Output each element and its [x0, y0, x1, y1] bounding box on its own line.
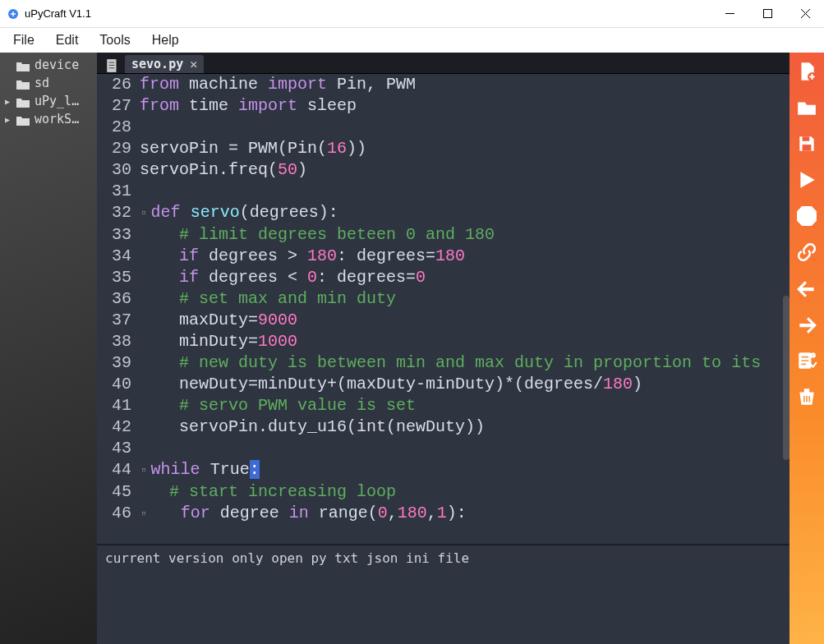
editor-column: sevo.py ✕ 26from machine import Pin, PWM… — [97, 53, 789, 644]
fold-marker-icon[interactable]: ▫ — [140, 206, 148, 221]
file-tree-sidebar[interactable]: device sd ▶ uPy_l… ▶ workS… — [0, 53, 97, 644]
code-text[interactable]: from time import sleep — [140, 95, 789, 117]
right-toolbar: STOP ! — [789, 53, 824, 644]
code-line[interactable]: 41 # servo PWM value is set — [97, 395, 789, 416]
clear-button[interactable] — [794, 384, 819, 409]
line-number: 30 — [97, 159, 140, 181]
tab-close-icon[interactable]: ✕ — [190, 57, 197, 71]
folder-icon — [16, 96, 30, 106]
syntax-check-button[interactable]: ! — [794, 348, 819, 373]
code-text[interactable]: # new duty is between min and max duty i… — [140, 352, 789, 374]
code-text[interactable]: if degrees > 180: degrees=180 — [140, 246, 789, 267]
code-line[interactable]: 35 if degrees < 0: degrees=0 — [97, 267, 789, 288]
maximize-button[interactable] — [748, 0, 786, 28]
tree-label: sd — [35, 76, 49, 90]
code-text[interactable]: servoPin.freq(50) — [140, 159, 789, 181]
tree-label: uPy_l… — [35, 94, 79, 108]
line-number: 31 — [97, 181, 140, 202]
tree-label: device — [35, 58, 79, 72]
line-number: 29 — [97, 138, 140, 159]
console-text: current version only open py txt json in… — [105, 550, 469, 566]
window-controls — [711, 0, 824, 28]
console-output[interactable]: current version only open py txt json in… — [97, 544, 789, 644]
code-line[interactable]: 46▫ for degree in range(0,180,1): — [97, 503, 789, 525]
expand-arrow-icon[interactable]: ▶ — [5, 97, 12, 106]
code-line[interactable]: 39 # new duty is between min and max dut… — [97, 352, 789, 374]
run-button[interactable] — [794, 168, 819, 192]
tab-sevo-py[interactable]: sevo.py ✕ — [125, 55, 204, 73]
code-line[interactable]: 26from machine import Pin, PWM — [97, 74, 789, 95]
expand-arrow-icon[interactable]: ▶ — [5, 115, 12, 124]
file-icon — [105, 58, 120, 73]
line-number: 28 — [97, 117, 140, 138]
menubar: File Edit Tools Help — [0, 28, 824, 53]
line-number: 26 — [97, 74, 140, 95]
code-line[interactable]: 36 # set max and min duty — [97, 288, 789, 310]
code-text[interactable] — [140, 117, 789, 138]
connect-button[interactable] — [794, 240, 819, 264]
tree-item-workspace[interactable]: ▶ workS… — [0, 110, 97, 128]
line-number: 27 — [97, 95, 140, 117]
code-line[interactable]: 33 # limit degrees beteen 0 and 180 — [97, 224, 789, 246]
stop-button[interactable]: STOP — [794, 204, 819, 228]
folder-icon — [16, 114, 30, 124]
code-line[interactable]: 38 minDuty=1000 — [97, 331, 789, 352]
code-text[interactable]: from machine import Pin, PWM — [140, 74, 789, 95]
code-text[interactable] — [140, 181, 789, 202]
scrollbar-thumb[interactable] — [783, 296, 789, 460]
fold-marker-icon[interactable]: ▫ — [140, 463, 148, 478]
code-line[interactable]: 31 — [97, 181, 789, 202]
code-text[interactable] — [140, 438, 789, 459]
code-text[interactable]: newDuty=minDuty+(maxDuty-minDuty)*(degre… — [140, 374, 789, 395]
code-text[interactable]: servoPin.duty_u16(int(newDuty)) — [140, 416, 789, 438]
code-line[interactable]: 43 — [97, 438, 789, 459]
tab-filename: sevo.py — [131, 57, 183, 71]
code-text[interactable]: maxDuty=9000 — [140, 310, 789, 331]
code-text[interactable]: # servo PWM value is set — [140, 395, 789, 416]
menu-edit[interactable]: Edit — [53, 31, 82, 49]
close-button[interactable] — [786, 0, 824, 28]
undo-button[interactable] — [794, 276, 819, 301]
code-line[interactable]: 42 servoPin.duty_u16(int(newDuty)) — [97, 416, 789, 438]
code-line[interactable]: 40 newDuty=minDuty+(maxDuty-minDuty)*(de… — [97, 374, 789, 395]
folder-icon — [16, 78, 30, 88]
redo-button[interactable] — [794, 312, 819, 337]
code-line[interactable]: 30servoPin.freq(50) — [97, 159, 789, 181]
line-number: 34 — [97, 246, 140, 267]
line-number: 35 — [97, 267, 140, 288]
menu-tools[interactable]: Tools — [96, 31, 133, 49]
line-number: 44 — [97, 459, 140, 481]
tree-item-sd[interactable]: sd — [0, 74, 97, 92]
svg-rect-3 — [109, 62, 115, 63]
svg-text:STOP: STOP — [799, 213, 816, 220]
code-line[interactable]: 45 # start increasing loop — [97, 481, 789, 503]
code-line[interactable]: 27from time import sleep — [97, 95, 789, 117]
new-file-button[interactable] — [794, 59, 819, 84]
code-text[interactable]: ▫ for degree in range(0,180,1): — [140, 503, 789, 525]
code-line[interactable]: 34 if degrees > 180: degrees=180 — [97, 246, 789, 267]
code-text[interactable]: # start increasing loop — [140, 481, 789, 503]
code-text[interactable]: ▫while True: — [140, 459, 789, 481]
code-line[interactable]: 37 maxDuty=9000 — [97, 310, 789, 331]
tree-item-upy-lib[interactable]: ▶ uPy_l… — [0, 92, 97, 110]
svg-rect-1 — [763, 10, 771, 18]
code-line[interactable]: 28 — [97, 117, 789, 138]
code-line[interactable]: 44▫while True: — [97, 459, 789, 481]
minimize-button[interactable] — [711, 0, 748, 28]
code-text[interactable]: servoPin = PWM(Pin(16)) — [140, 138, 789, 159]
menu-file[interactable]: File — [10, 31, 38, 49]
save-file-button[interactable] — [794, 131, 819, 156]
tree-item-device[interactable]: device — [0, 56, 97, 74]
menu-help[interactable]: Help — [149, 31, 182, 49]
svg-rect-4 — [109, 65, 115, 66]
code-text[interactable]: if degrees < 0: degrees=0 — [140, 267, 789, 288]
code-text[interactable]: minDuty=1000 — [140, 331, 789, 352]
open-file-button[interactable] — [794, 95, 819, 120]
code-text[interactable]: ▫def servo(degrees): — [140, 202, 789, 224]
code-line[interactable]: 29servoPin = PWM(Pin(16)) — [97, 138, 789, 159]
code-line[interactable]: 32▫def servo(degrees): — [97, 202, 789, 224]
fold-marker-icon[interactable]: ▫ — [140, 507, 148, 522]
code-editor[interactable]: 26from machine import Pin, PWM27from tim… — [97, 74, 789, 544]
code-text[interactable]: # set max and min duty — [140, 288, 789, 310]
code-text[interactable]: # limit degrees beteen 0 and 180 — [140, 224, 789, 246]
